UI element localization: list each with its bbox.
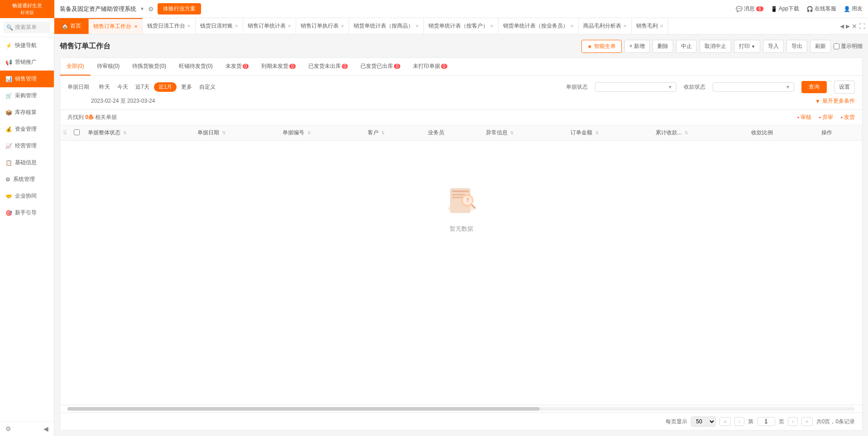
filter-tab-pending-review[interactable]: 待审核(0) [91, 58, 126, 76]
sidebar-item-purchase[interactable]: 🛒 采购管理 [0, 87, 54, 104]
date-opt-recent1month[interactable]: 近1月 [154, 82, 177, 92]
tab-sales-exec-close[interactable]: ✕ [340, 24, 344, 28]
import-btn[interactable]: 导入 [763, 40, 784, 53]
experience-btn[interactable]: 体验行业方案 [158, 3, 201, 14]
filter-tab-overdue-not-shipped[interactable]: 到期未发货 0 [255, 58, 302, 76]
export-btn[interactable]: 导出 [786, 40, 807, 53]
review-action[interactable]: ● 审核 [797, 114, 811, 121]
filter-tab-not-printed[interactable]: 未打印单据 0 [407, 58, 454, 76]
scroll-bar-area[interactable] [60, 405, 862, 412]
system-title-dropdown-icon[interactable]: ▼ [140, 6, 144, 11]
sidebar-item-guide[interactable]: 🎯 新手引导 [0, 204, 54, 221]
prev-page-btn[interactable]: ‹ [734, 417, 744, 426]
next-page-btn[interactable]: › [788, 417, 798, 426]
empty-illustration: ? [441, 177, 482, 218]
last-page-btn[interactable]: » [801, 417, 813, 426]
tab-close-all-icon[interactable]: ✕ [852, 23, 857, 30]
date-opt-recent7[interactable]: 近7天 [133, 82, 152, 92]
tab-maximize-icon[interactable]: ⛶ [859, 23, 865, 30]
payment-status-select[interactable]: ▼ [713, 82, 794, 92]
gear-settings-icon[interactable]: ⚙ [148, 5, 154, 13]
filter-tab-not-shipped[interactable]: 未发货 0 [219, 58, 255, 76]
app-download-btn[interactable]: 📱 App下载 [771, 5, 799, 13]
filter-tab-shipped-not-out[interactable]: 已发货未出库 0 [302, 58, 355, 76]
refresh-btn[interactable]: 刷新 [810, 40, 831, 53]
col-drag: ⠿ [60, 125, 70, 141]
message-btn[interactable]: 💬 消息 6 [736, 5, 763, 13]
tab-sales-by-staff-close[interactable]: ✕ [570, 24, 574, 28]
col-collected[interactable]: 累计收款... ⇅ [651, 125, 747, 141]
tab-next-icon[interactable]: ▶ [846, 23, 850, 29]
col-status[interactable]: 单据整体状态 ⇅ [83, 125, 193, 141]
col-number[interactable]: 单据编号 ⇅ [278, 125, 363, 141]
expand-more-btn[interactable]: ▼ 展开更多条件 [815, 97, 855, 105]
anti-review-action[interactable]: ● 弃审 [819, 114, 833, 121]
sidebar-item-basic-info[interactable]: 📋 基础信息 [0, 154, 54, 171]
sidebar-item-finance[interactable]: 💰 资金管理 [0, 121, 54, 137]
sidebar-item-operations[interactable]: 📈 经营管理 [0, 137, 54, 154]
tab-sales-by-customer[interactable]: 销货单统计表（按客户） ✕ [424, 18, 499, 34]
page-input[interactable] [757, 417, 775, 426]
tab-sales-profit-close[interactable]: ✕ [660, 24, 663, 28]
sidebar-item-marketing[interactable]: 📢 营销推广 [0, 54, 54, 71]
cancel-suspend-btn[interactable]: 取消中止 [700, 40, 731, 53]
filter-tab-pending-verify[interactable]: 待拣货验货(0) [126, 58, 173, 76]
tab-sales-by-product-close[interactable]: ✕ [415, 24, 419, 28]
sidebar-search[interactable]: 🔍 搜索菜单 [0, 18, 54, 37]
smart-create-btn[interactable]: ★ 智能生单 [581, 40, 622, 53]
per-page-select[interactable]: 10 20 50 100 [691, 417, 716, 427]
collapse-sidebar-icon[interactable]: ◀ [43, 425, 48, 432]
tab-sales-exec[interactable]: 销售订单执行表 ✕ [296, 18, 349, 34]
settings-footer-icon[interactable]: ⚙ [5, 425, 11, 432]
date-opt-custom[interactable]: 自定义 [197, 82, 218, 92]
date-opt-more[interactable]: 更多 [178, 82, 195, 92]
settings-filter-btn[interactable]: 设置 [834, 81, 855, 94]
select-all-checkbox[interactable] [74, 129, 80, 135]
tab-sales-profit[interactable]: 销售毛利 ✕ [632, 18, 668, 34]
tab-sales-workbench[interactable]: 销售订单工作台 ✕ [89, 18, 143, 34]
tab-cash-reconcile-close[interactable]: ✕ [235, 24, 238, 28]
filter-tab-shipped-out[interactable]: 已发货已出库 0 [354, 58, 407, 76]
sidebar-item-quick-nav[interactable]: ⚡ 快捷导航 [0, 37, 54, 54]
print-btn[interactable]: 打印 ▼ [734, 40, 760, 53]
online-service-btn[interactable]: 🎧 在线客服 [806, 5, 836, 13]
col-amount[interactable]: 订单金额 ⇅ [566, 125, 651, 141]
guide-icon: 🎯 [5, 210, 12, 216]
sidebar-item-cooperation[interactable]: 🤝 企业协同 [0, 188, 54, 204]
date-opt-today[interactable]: 今天 [115, 82, 131, 92]
tab-product-profit[interactable]: 商品毛利分析表 ✕ [579, 18, 632, 34]
user-btn[interactable]: 👤 用友 [844, 5, 863, 13]
col-date[interactable]: 单据日期 ⇅ [193, 125, 278, 141]
ship-action[interactable]: ● 发货 [840, 114, 855, 121]
tab-cash-daily-close[interactable]: ✕ [187, 24, 191, 28]
col-checkbox[interactable] [70, 125, 83, 141]
finance-icon: 💰 [5, 126, 12, 133]
tab-sales-by-customer-close[interactable]: ✕ [490, 24, 494, 28]
tab-sales-stats[interactable]: 销售订单统计表 ✕ [243, 18, 296, 34]
suspend-btn[interactable]: 中止 [676, 40, 697, 53]
tab-sales-workbench-close[interactable]: ✕ [134, 24, 138, 29]
filter-tab-all[interactable]: 全部(0) [60, 58, 91, 76]
tab-cash-reconcile[interactable]: 钱货日清对账 ✕ [196, 18, 243, 34]
show-detail-checkbox[interactable] [834, 43, 839, 49]
show-detail-checkbox-label[interactable]: 显示明细 [834, 43, 863, 50]
tab-sales-by-staff[interactable]: 销货单统计表（按业务员） ✕ [499, 18, 579, 34]
date-opt-yesterday[interactable]: 昨天 [96, 82, 113, 92]
sidebar-item-sales[interactable]: 📊 销售管理 [0, 71, 54, 87]
tab-sales-stats-close[interactable]: ✕ [288, 24, 291, 28]
col-customer[interactable]: 客户 ⇅ [363, 125, 423, 141]
tab-cash-daily[interactable]: 钱货日清工作台 ✕ [143, 18, 196, 34]
tab-home[interactable]: 🏠 首页 [54, 18, 89, 34]
delete-btn[interactable]: 删除 [652, 40, 673, 53]
tab-prev-icon[interactable]: ◀ [840, 23, 844, 29]
sidebar-item-inventory[interactable]: 📦 库存核算 [0, 104, 54, 121]
query-btn[interactable]: 查询 [801, 81, 827, 93]
tab-product-profit-close[interactable]: ✕ [623, 24, 627, 28]
add-btn[interactable]: + 新增 [624, 40, 650, 53]
status-select-dropdown-icon: ▼ [668, 85, 672, 90]
status-filter-select[interactable]: ▼ [595, 82, 676, 92]
filter-tab-wangpu-pending[interactable]: 旺铺待发货(0) [173, 58, 219, 76]
sidebar-item-system[interactable]: ⚙ 系统管理 [0, 171, 54, 188]
first-page-btn[interactable]: « [719, 417, 731, 426]
tab-sales-by-product[interactable]: 销货单统计表（按商品） ✕ [349, 18, 424, 34]
